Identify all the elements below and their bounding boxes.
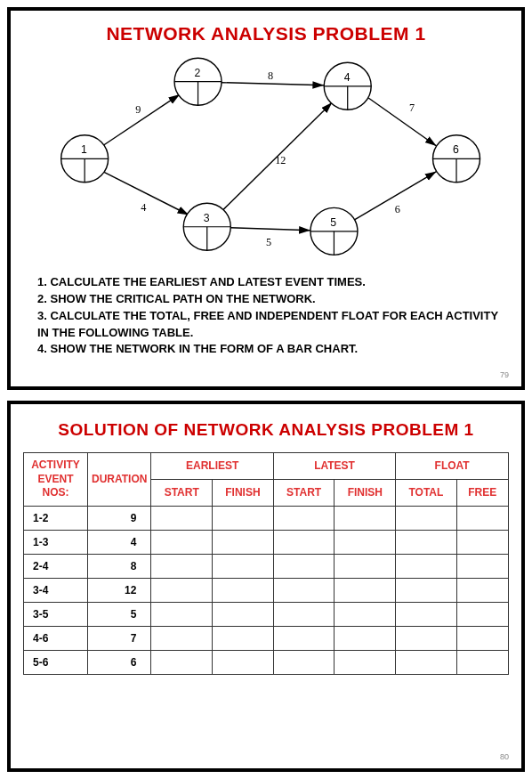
cell-empty [456,506,508,530]
cell-empty [456,530,508,554]
instruction-item: SHOW THE CRITICAL PATH ON THE NETWORK. [32,291,500,308]
cell-empty [151,506,213,530]
cell-empty [151,602,213,626]
header-earliest-finish: FINISH [212,479,273,506]
cell-activity: 2-4 [24,554,88,578]
cell-empty [151,578,213,602]
cell-empty [396,602,456,626]
solution-table: ACTIVITY EVENT NOS: DURATION EARLIEST LA… [23,452,509,675]
cell-empty [273,626,335,650]
svg-text:2: 2 [194,67,200,79]
cell-empty [396,626,456,650]
edge-3-5 [230,228,310,231]
node-4: 4 [324,62,371,110]
network-diagram: 9 4 8 12 5 7 6 1 [30,50,502,264]
problem-instructions: CALCULATE THE EARLIEST AND LATEST EVENT … [30,274,502,358]
page-number: 80 [500,752,509,761]
edge-4-6 [368,98,436,146]
instruction-item: SHOW THE NETWORK IN THE FORM OF A BAR CH… [32,341,500,358]
solution-slide: SOLUTION OF NETWORK ANALYSIS PROBLEM 1 A… [7,401,525,772]
edge-2-4 [222,83,324,85]
table-row: 3-5 5 [24,602,509,626]
cell-duration: 7 [88,626,151,650]
cell-empty [273,530,335,554]
cell-empty [273,506,335,530]
edge-label-3-5: 5 [266,236,271,248]
cell-duration: 5 [88,602,151,626]
table-row: 4-6 7 [24,626,509,650]
cell-empty [273,554,335,578]
cell-duration: 12 [88,578,151,602]
cell-empty [212,578,273,602]
cell-duration: 4 [88,530,151,554]
header-earliest: EARLIEST [151,453,273,480]
cell-empty [396,530,456,554]
header-latest-finish: FINISH [335,479,396,506]
edge-label-3-4: 12 [275,154,286,166]
svg-text:1: 1 [81,143,87,156]
page-number: 79 [500,370,509,379]
node-3: 3 [183,203,230,250]
table-row: 1-3 4 [24,530,509,554]
cell-activity: 5-6 [24,650,88,674]
cell-duration: 6 [88,650,151,674]
cell-empty [396,554,456,578]
edge-label-4-6: 7 [409,101,415,114]
solution-table-body: 1-2 9 1-3 4 2-4 8 3-4 12 3-5 5 [24,506,509,674]
cell-duration: 8 [88,554,151,578]
cell-empty [456,650,508,674]
table-row: 5-6 6 [24,650,509,674]
edge-1-2 [104,94,181,145]
table-row: 3-4 12 [24,578,509,602]
cell-empty [396,650,456,674]
cell-duration: 9 [88,506,151,530]
cell-empty [335,554,396,578]
cell-empty [335,602,396,626]
header-activity: ACTIVITY EVENT NOS: [24,453,88,507]
svg-text:6: 6 [453,143,459,156]
cell-empty [212,602,273,626]
cell-empty [273,650,335,674]
cell-empty [396,506,456,530]
cell-activity: 4-6 [24,626,88,650]
cell-empty [273,602,335,626]
svg-text:5: 5 [330,216,336,229]
cell-empty [212,530,273,554]
cell-empty [151,626,213,650]
cell-empty [151,554,213,578]
node-1: 1 [61,135,109,183]
node-5: 5 [310,207,358,255]
header-latest: LATEST [273,453,395,480]
cell-empty [151,530,213,554]
cell-empty [335,626,396,650]
svg-text:3: 3 [204,212,210,224]
svg-text:4: 4 [344,71,351,84]
cell-empty [335,650,396,674]
cell-empty [396,578,456,602]
cell-activity: 3-4 [24,578,88,602]
cell-empty [212,650,273,674]
instruction-item: CALCULATE THE TOTAL, FREE AND INDEPENDEN… [32,308,500,342]
table-row: 1-2 9 [24,506,509,530]
header-float-free: FREE [456,479,508,506]
edge-label-1-2: 9 [135,103,141,116]
cell-empty [212,554,273,578]
header-latest-start: START [273,479,335,506]
node-6: 6 [433,135,480,183]
cell-activity: 1-2 [24,506,88,530]
edge-label-2-4: 8 [268,69,273,82]
problem-slide: NETWORK ANALYSIS PROBLEM 1 9 4 8 12 5 7 [7,7,525,390]
cell-empty [151,650,213,674]
cell-activity: 1-3 [24,530,88,554]
cell-empty [456,578,508,602]
solution-title: SOLUTION OF NETWORK ANALYSIS PROBLEM 1 [23,420,509,440]
edge-label-5-6: 6 [395,203,400,215]
table-row: 2-4 8 [24,554,509,578]
cell-empty [335,578,396,602]
cell-empty [212,506,273,530]
header-float-total: TOTAL [396,479,456,506]
problem-title: NETWORK ANALYSIS PROBLEM 1 [30,23,502,45]
cell-empty [456,554,508,578]
cell-empty [456,626,508,650]
cell-empty [335,506,396,530]
